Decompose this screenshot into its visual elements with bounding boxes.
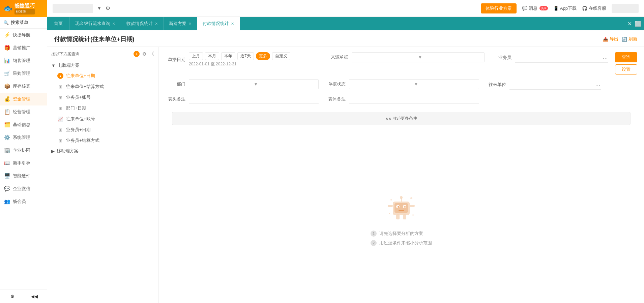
filter-panel: 按以下方案查询 + ⚙ 《 ▼ 电脑端方案 <box>47 47 158 303</box>
sidebar-item-sales[interactable]: 📊 销售管理 <box>0 54 47 67</box>
date-btn-more[interactable]: 更多 <box>256 52 270 60</box>
search-icon: 🔍 <box>3 20 9 25</box>
date-btn-this-year[interactable]: 本年 <box>221 52 235 60</box>
schema-items-desktop: ● 往来单位+日期 ⊞ 往来单位+结算方式 ⊞ 业务员+账号 <box>47 70 158 146</box>
sidebar-item-quick-nav[interactable]: ⚡ 快捷导航 <box>0 29 47 41</box>
schema-section-mobile: ▶ 移动端方案 <box>47 146 158 156</box>
schema-item-dept-date-label: 部门+日期 <box>66 105 86 111</box>
partner-control: … <box>509 79 601 90</box>
body-note-input[interactable] <box>349 94 479 104</box>
source-select[interactable]: ▼ <box>352 52 484 62</box>
sidebar-item-operations[interactable]: 📋 经营管理 <box>0 105 47 118</box>
empty-tip-2: 2 用过滤条件来缩小分析范围 <box>371 240 432 246</box>
filter-panel-icons: + ⚙ 《 <box>134 51 154 57</box>
sidebar: 🐟 畅捷通巧 标准版 🔍 搜索菜单 ⚡ 快捷导航 🎁 营销推广 📊 销售管理 <box>0 0 47 303</box>
voucher-status-select[interactable]: ▼ <box>349 79 479 89</box>
schema-item-salesperson-account[interactable]: ⊞ 业务员+账号 <box>47 92 158 103</box>
sidebar-item-purchase[interactable]: 🛒 采购管理 <box>0 67 47 80</box>
hardware-icon: 🖥️ <box>4 173 10 179</box>
schema-item-partner-account[interactable]: 📈 往来单位+账号 <box>47 114 158 124</box>
salesperson-dots[interactable]: … <box>603 54 608 60</box>
sidebar-item-guide[interactable]: 📖 新手引导 <box>0 157 47 170</box>
schema-item-salesperson-date[interactable]: ⊞ 业务员+日期 <box>47 124 158 135</box>
refresh-btn[interactable]: 🔄 刷新 <box>622 36 637 42</box>
date-btn-last-7days[interactable]: 近7天 <box>237 52 254 60</box>
header-note-control <box>189 94 319 104</box>
marketing-icon: 🎁 <box>4 45 10 51</box>
tab-home[interactable]: 首页 <box>47 17 70 30</box>
sidebar-item-weixin[interactable]: 💬 企业微信 <box>0 182 47 195</box>
sidebar-item-system[interactable]: ⚙️ 系统管理 <box>0 131 47 144</box>
dept-select[interactable]: ▼ <box>189 79 319 89</box>
header-note-label: 表头备注 <box>165 96 185 102</box>
search-menu[interactable]: 🔍 搜索菜单 <box>0 17 47 29</box>
message-btn[interactable]: 💬 消息 99+ <box>522 5 548 11</box>
dept-date-icon: ⊞ <box>57 105 63 111</box>
partner-dots[interactable]: … <box>595 81 601 87</box>
sidebar-item-member[interactable]: 👥 畅会员 <box>0 195 47 208</box>
sidebar-item-label: 基础信息 <box>13 122 30 128</box>
sidebar-item-inventory[interactable]: 📦 库存核算 <box>0 80 47 93</box>
header-settings-icon[interactable]: ⚙ <box>106 5 110 11</box>
collapse-conditions-btn[interactable]: ∧∧ 收起更多条件 <box>172 112 631 125</box>
empty-tips: 1 请先选择要分析的方案 2 用过滤条件来缩小分析范围 <box>371 231 432 246</box>
app-download-btn[interactable]: 📱 App下载 <box>553 5 577 11</box>
sidebar-item-hardware[interactable]: 🖥️ 智能硬件 <box>0 170 47 182</box>
date-btn-last-month[interactable]: 上月 <box>189 52 203 60</box>
filter-collapse-icon[interactable]: 《 <box>149 51 154 57</box>
schema-item-dept-date[interactable]: ⊞ 部门+日期 <box>47 103 158 114</box>
tab-bank-flow-close[interactable]: ✕ <box>112 22 115 26</box>
tab-close-all-btn[interactable]: ✕ <box>627 21 632 27</box>
company-dropdown[interactable]: ▼ <box>97 6 101 11</box>
export-btn[interactable]: 📤 导出 <box>603 36 618 42</box>
tab-receipt-stat[interactable]: 收款情况统计 ✕ <box>121 17 164 30</box>
filter-add-icon[interactable]: + <box>134 51 140 57</box>
user-avatar[interactable] <box>612 4 639 13</box>
date-btn-this-month[interactable]: 本月 <box>205 52 219 60</box>
sidebar-collapse-btn[interactable]: ◀◀ <box>25 293 45 300</box>
filter-settings-icon[interactable]: ⚙ <box>142 51 147 57</box>
tab-payment-stat-close[interactable]: ✕ <box>231 22 234 26</box>
filter-panel-title: 按以下方案查询 <box>51 51 80 57</box>
schema-section-mobile-header[interactable]: ▶ 移动端方案 <box>47 146 158 156</box>
body-note-control <box>349 94 479 104</box>
tab-payment-stat[interactable]: 付款情况统计 ✕ <box>197 17 240 30</box>
tab-receipt-stat-close[interactable]: ✕ <box>155 22 158 26</box>
empty-tip-1: 1 请先选择要分析的方案 <box>371 231 432 237</box>
svg-rect-6 <box>399 210 404 211</box>
tip-1-text: 请先选择要分析的方案 <box>379 231 423 237</box>
form-settings-btn[interactable]: 设置 <box>615 64 637 74</box>
schema-item-salesperson-settle[interactable]: ⊞ 业务员+结算方式 <box>47 135 158 146</box>
date-btn-custom[interactable]: 自定义 <box>272 52 290 60</box>
tab-new-plan[interactable]: 新建方案 ✕ <box>164 17 197 30</box>
online-service-btn[interactable]: 🎧 在线客服 <box>582 5 606 11</box>
refresh-label: 刷新 <box>628 36 637 42</box>
sidebar-item-label: 企业协同 <box>13 147 30 153</box>
message-badge: 99+ <box>539 6 548 10</box>
source-label: 来源单据 <box>328 54 348 60</box>
tab-bank-flow[interactable]: 现金银行流水查询 ✕ <box>70 17 121 30</box>
trial-btn[interactable]: 体验行业方案 <box>481 3 517 13</box>
sidebar-item-marketing[interactable]: 🎁 营销推广 <box>0 41 47 54</box>
sidebar-item-enterprise[interactable]: 🏢 企业协同 <box>0 144 47 157</box>
partner-input[interactable] <box>509 79 595 89</box>
app-icon: 📱 <box>553 6 559 11</box>
schema-section-desktop-header[interactable]: ▼ 电脑端方案 <box>47 60 158 70</box>
salesperson-label: 业务员 <box>491 55 511 61</box>
tab-payment-stat-label: 付款情况统计 <box>203 21 229 27</box>
voucher-status-arrow: ▼ <box>414 82 476 87</box>
empty-state: 1 请先选择要分析的方案 2 用过滤条件来缩小分析范围 <box>158 134 644 303</box>
sidebar-item-label: 资金管理 <box>13 96 30 102</box>
sidebar-settings-btn[interactable]: ⚙ <box>3 293 22 300</box>
header-note-input[interactable] <box>189 94 319 104</box>
schema-item-partner-date[interactable]: ● 往来单位+日期 <box>47 70 158 81</box>
sidebar-item-basic[interactable]: 🗂️ 基础信息 <box>0 118 47 131</box>
sidebar-item-label: 畅会员 <box>13 199 26 205</box>
tab-maximize-btn[interactable]: ⬜ <box>635 21 641 27</box>
schema-item-partner-settle[interactable]: ⊞ 往来单位+结算方式 <box>47 81 158 92</box>
sidebar-item-capital[interactable]: 💰 资金管理 <box>0 93 47 105</box>
query-btn[interactable]: 查询 <box>615 52 637 62</box>
date-control: 上月 本月 本年 近7天 更多 自定义 2022-01-01 至 2022-12… <box>189 52 321 67</box>
salesperson-input[interactable] <box>515 52 603 62</box>
tab-new-plan-close[interactable]: ✕ <box>188 22 192 26</box>
